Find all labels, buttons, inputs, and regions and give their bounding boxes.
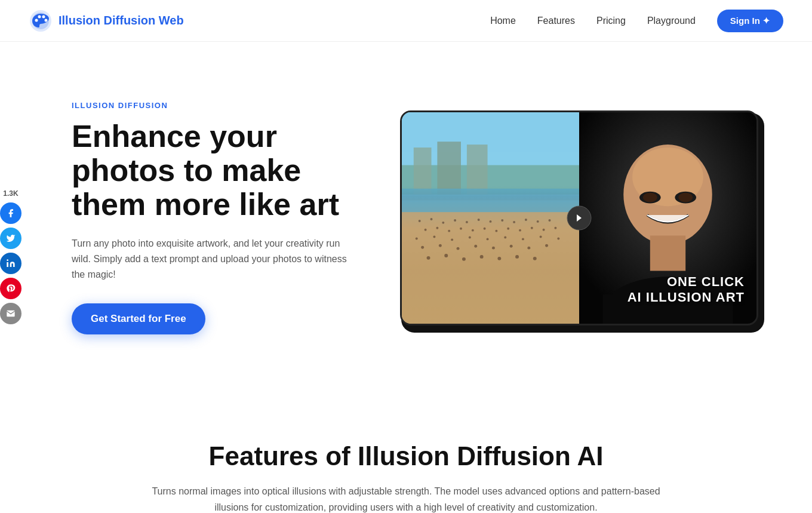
svg-point-30 [448, 229, 450, 232]
facebook-icon [6, 208, 16, 218]
portrait-image: ONE CLICK AI ILLUSION ART [579, 112, 756, 324]
svg-point-45 [504, 236, 506, 238]
svg-point-33 [484, 227, 486, 229]
svg-rect-72 [650, 235, 685, 271]
svg-point-55 [527, 246, 530, 249]
hero-description: Turn any photo into exquisite artwork, a… [72, 236, 358, 282]
hero-label: ILLUSION DIFFUSION [72, 101, 382, 110]
pinterest-icon [6, 284, 16, 293]
social-sidebar: 1.3K [0, 185, 21, 329]
svg-point-71 [678, 192, 693, 202]
hero-content: ILLUSION DIFFUSION Enhance your photos t… [72, 101, 382, 334]
svg-point-19 [454, 219, 456, 221]
svg-point-52 [474, 244, 477, 247]
palette-icon [29, 9, 53, 33]
nav-playground[interactable]: Playground [647, 16, 696, 26]
features-title: Features of Illusion Diffusion AI [29, 441, 783, 471]
image-text-line1: ONE CLICK [628, 274, 745, 290]
pinterest-share-button[interactable] [0, 278, 21, 299]
hero-title: Enhance your photos to make them more li… [72, 119, 382, 222]
svg-point-24 [513, 220, 515, 223]
linkedin-share-button[interactable] [0, 253, 21, 274]
hero-image-inner: ONE CLICK AI ILLUSION ART [402, 112, 756, 324]
svg-point-44 [487, 238, 489, 240]
svg-point-35 [507, 227, 509, 229]
svg-point-37 [531, 226, 533, 229]
facebook-share-button[interactable] [0, 202, 21, 224]
svg-point-16 [419, 219, 421, 222]
svg-point-49 [421, 245, 424, 248]
svg-point-31 [460, 227, 462, 229]
svg-point-3 [38, 15, 41, 18]
svg-point-34 [495, 229, 497, 232]
nav-pricing[interactable]: Pricing [596, 16, 626, 26]
svg-point-56 [545, 244, 548, 247]
svg-point-40 [416, 237, 418, 239]
image-text-overlay: ONE CLICK AI ILLUSION ART [628, 274, 745, 306]
svg-point-21 [478, 218, 480, 220]
navbar: Illusion Diffusion Web Home Features Pri… [0, 0, 812, 42]
email-share-button[interactable] [0, 303, 21, 324]
svg-point-47 [540, 235, 542, 238]
svg-rect-12 [467, 145, 488, 195]
nav-features[interactable]: Features [537, 16, 575, 26]
svg-point-32 [472, 229, 474, 231]
svg-point-48 [557, 237, 559, 239]
svg-point-18 [442, 221, 444, 223]
svg-rect-10 [414, 148, 432, 195]
social-count: 1.3K [3, 189, 18, 198]
nav-links: Home Features Pricing Playground Sign In… [490, 10, 783, 32]
svg-point-60 [480, 254, 484, 258]
get-started-button[interactable]: Get Started for Free [72, 303, 205, 334]
svg-point-39 [554, 226, 556, 229]
features-section: Features of Illusion Diffusion AI Turns … [0, 394, 812, 513]
svg-point-46 [522, 238, 524, 240]
twitter-icon [6, 234, 16, 243]
svg-point-23 [501, 219, 503, 221]
features-description: Turns normal images into optical illusio… [137, 483, 675, 513]
signin-button[interactable]: Sign In ✦ [717, 10, 783, 32]
svg-point-63 [533, 256, 537, 260]
svg-point-36 [519, 229, 521, 231]
crowd-visualization [402, 112, 579, 324]
svg-point-17 [430, 218, 433, 220]
svg-point-54 [510, 244, 513, 247]
arrow-divider [566, 205, 592, 231]
brand-name: Illusion Diffusion Web [59, 14, 184, 27]
linkedin-icon [6, 259, 16, 268]
arrow-icon [566, 205, 592, 231]
email-icon [6, 309, 16, 318]
image-text-line2: AI ILLUSION ART [628, 290, 745, 305]
svg-rect-6 [7, 262, 8, 267]
svg-rect-15 [402, 212, 579, 324]
hero-section: ILLUSION DIFFUSION Enhance your photos t… [0, 42, 812, 394]
brand-logo[interactable]: Illusion Diffusion Web [29, 9, 184, 33]
svg-point-28 [425, 228, 427, 231]
hero-image-frame: ONE CLICK AI ILLUSION ART [400, 110, 758, 325]
svg-point-22 [490, 220, 492, 222]
svg-point-38 [543, 228, 545, 231]
nav-home[interactable]: Home [490, 16, 516, 26]
twitter-share-button[interactable] [0, 228, 21, 249]
svg-point-41 [433, 235, 435, 238]
svg-point-5 [45, 19, 48, 21]
svg-point-42 [451, 238, 453, 241]
svg-point-29 [436, 226, 438, 229]
svg-point-27 [549, 219, 551, 221]
svg-point-20 [466, 220, 468, 223]
svg-point-50 [439, 244, 442, 247]
svg-rect-11 [437, 142, 461, 195]
svg-point-4 [42, 15, 45, 18]
svg-point-25 [525, 218, 527, 220]
svg-point-26 [537, 220, 539, 222]
svg-point-59 [462, 257, 466, 260]
hero-image-container: ONE CLICK AI ILLUSION ART [394, 110, 764, 325]
svg-point-53 [492, 246, 495, 249]
svg-point-7 [7, 259, 8, 261]
beach-image [402, 112, 579, 324]
svg-point-70 [643, 192, 657, 202]
svg-point-57 [427, 256, 430, 259]
svg-point-43 [469, 236, 471, 238]
svg-point-62 [515, 254, 519, 258]
svg-point-51 [457, 247, 460, 250]
